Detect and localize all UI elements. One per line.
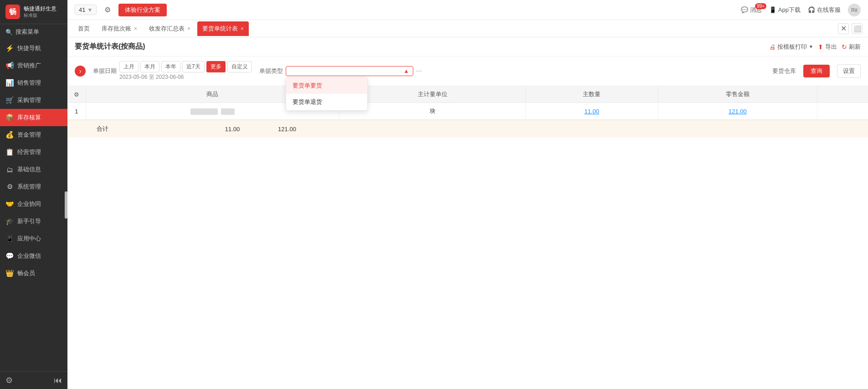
tab-order-stats[interactable]: 要货单统计表 × — [197, 21, 249, 36]
enterprise-icon: 🤝 — [5, 200, 14, 208]
inventory-icon: 📦 — [5, 113, 14, 122]
filter-toggle-btn[interactable]: › — [75, 66, 86, 77]
system-icon: ⚙ — [5, 183, 14, 191]
type-more-btn[interactable]: ··· — [416, 67, 422, 75]
message-icon: 💬 — [741, 6, 748, 13]
cell-seq: 1 — [67, 103, 86, 120]
type-select[interactable]: ▲ — [286, 66, 413, 76]
sidebar-item-member[interactable]: 👑 畅会员 — [0, 265, 67, 282]
dropdown-item-return[interactable]: 要货单退货 — [286, 94, 367, 110]
export-btn[interactable]: ⬆ 导出 — [818, 43, 837, 51]
page-content: 要货单统计表(按商品) 🖨 按模板打印 ▼ ⬆ 导出 ↻ 刷新 — [67, 37, 868, 389]
table-footer: 合计 11.00 121.00 — [67, 120, 868, 138]
refresh-btn[interactable]: ↻ 刷新 — [842, 43, 861, 51]
sidebar-footer: ⚙ ⏮ — [0, 371, 67, 389]
branch-dropdown-icon: ▼ — [87, 7, 92, 13]
settings-footer-icon[interactable]: ⚙ — [5, 375, 13, 385]
tab-home[interactable]: 首页 — [73, 21, 95, 36]
custom-date-btn[interactable]: 自定义 — [227, 61, 252, 72]
cell-qty: 11.00 — [525, 103, 658, 120]
page-header: 要货单统计表(按商品) 🖨 按模板打印 ▼ ⬆ 导出 ↻ 刷新 — [67, 37, 868, 56]
basic-icon: 🗂 — [5, 165, 14, 174]
sidebar-logo: 畅 畅捷通好生意 标准版 — [0, 0, 67, 24]
th-extra — [817, 86, 868, 103]
tab-receive-summary[interactable]: 收发存汇总表 × — [144, 21, 195, 36]
sidebar-scroll-handle[interactable] — [65, 191, 67, 219]
sidebar-item-marketing[interactable]: 📢 营销推广 — [0, 57, 67, 74]
date-filter-group: 单据日期 上月 本月 本年 近7天 更多 自定义 2023-05-06 至 20… — [93, 61, 252, 81]
filter-settings-btn[interactable]: 设置 — [837, 64, 861, 78]
export-icon: ⬆ — [818, 43, 823, 51]
sidebar-item-enterprise[interactable]: 🤝 企业协同 — [0, 195, 67, 213]
data-table: ⚙ 商品 主计量单位 主数量 零售金额 1 — [67, 86, 868, 120]
query-btn[interactable]: 查询 — [803, 65, 830, 77]
sidebar-item-guide[interactable]: 🎓 新手引导 — [0, 213, 67, 230]
table-settings-icon: ⚙ — [74, 91, 79, 98]
page-title: 要货单统计表(按商品) — [75, 42, 145, 51]
online-service-btn[interactable]: 🎧 在线客服 — [808, 6, 841, 14]
tab-close-order-stats[interactable]: × — [241, 26, 244, 32]
tab-close-all-btn[interactable]: ✕ — [838, 23, 849, 34]
date-buttons: 上月 本月 本年 近7天 更多 自定义 — [119, 61, 252, 72]
logo-text: 畅捷通好生意 标准版 — [24, 5, 56, 19]
curr-year-btn[interactable]: 本年 — [161, 61, 180, 72]
filter-bar: › 单据日期 上月 本月 本年 近7天 更多 自定义 2023-05-06 — [67, 56, 868, 86]
prev-month-btn[interactable]: 上月 — [119, 61, 139, 72]
dropdown-item-order[interactable]: 要货单要货 — [286, 77, 367, 94]
print-btn[interactable]: 🖨 按模板打印 ▼ — [769, 43, 813, 51]
tab-close-inventory-batch[interactable]: × — [134, 26, 137, 32]
sidebar: 畅 畅捷通好生意 标准版 🔍 搜索菜单 ⚡ 快捷导航 📢 营销推广 📊 销售管理… — [0, 0, 67, 389]
tab-expand-btn[interactable]: ⬜ — [852, 23, 863, 34]
footer-qty: 11.00 — [205, 126, 260, 133]
sidebar-item-wechat[interactable]: 💬 企业微信 — [0, 247, 67, 265]
settings-icon: ⚙ — [104, 5, 111, 14]
sidebar-item-basic[interactable]: 🗂 基础信息 — [0, 161, 67, 178]
th-settings[interactable]: ⚙ — [67, 86, 86, 103]
refresh-icon: ↻ — [842, 43, 847, 51]
print-icon: 🖨 — [769, 43, 776, 51]
collapse-menu-icon[interactable]: ⏮ — [54, 376, 62, 385]
th-qty: 主数量 — [525, 86, 658, 103]
sidebar-item-purchase[interactable]: 🛒 采购管理 — [0, 92, 67, 109]
phone-icon: 📱 — [769, 6, 776, 13]
topbar: 41 ▼ ⚙ 体验行业方案 💬 消息 99+ 📱 App下载 🎧 在线客服 — [67, 0, 868, 20]
member-icon: 👑 — [5, 269, 14, 277]
th-amount: 零售金额 — [658, 86, 817, 103]
chevron-right-icon: › — [79, 67, 82, 75]
more-date-btn[interactable]: 更多 — [206, 61, 226, 72]
app-download-btn[interactable]: 📱 App下载 — [769, 6, 801, 14]
topbar-settings-btn[interactable]: ⚙ — [101, 4, 114, 16]
sidebar-item-finance[interactable]: 💰 资金管理 — [0, 126, 67, 143]
sidebar-item-shortcut[interactable]: ⚡ 快捷导航 — [0, 40, 67, 57]
sidebar-item-sales[interactable]: 📊 销售管理 — [0, 74, 67, 92]
topbar-right: 💬 消息 99+ 📱 App下载 🎧 在线客服 Rit — [741, 4, 861, 16]
sales-icon: 📊 — [5, 79, 14, 87]
type-select-arrow: ▲ — [404, 68, 409, 74]
tab-controls: ✕ ⬜ — [838, 23, 863, 34]
cell-extra — [817, 103, 868, 120]
sidebar-item-inventory[interactable]: 📦 库存核算 — [0, 109, 67, 126]
finance-icon: 💰 — [5, 131, 14, 139]
wechat-icon: 💬 — [5, 252, 14, 260]
curr-month-btn[interactable]: 本月 — [140, 61, 159, 72]
tab-close-receive-summary[interactable]: × — [187, 26, 190, 32]
user-avatar[interactable]: Rit — [848, 4, 861, 16]
messages-btn[interactable]: 💬 消息 99+ — [741, 6, 762, 14]
page-header-actions: 🖨 按模板打印 ▼ ⬆ 导出 ↻ 刷新 — [769, 43, 861, 51]
trial-btn[interactable]: 体验行业方案 — [118, 4, 167, 16]
page-inner: 要货单统计表(按商品) 🖨 按模板打印 ▼ ⬆ 导出 ↻ 刷新 — [67, 37, 868, 389]
branch-selector[interactable]: 41 ▼ — [75, 5, 97, 15]
sidebar-search[interactable]: 🔍 搜索菜单 — [0, 24, 67, 40]
sidebar-item-apps[interactable]: 📱 应用中心 — [0, 230, 67, 247]
last-7-days-btn[interactable]: 近7天 — [182, 61, 205, 72]
operations-icon: 📋 — [5, 148, 14, 156]
table-row: 1 块 11.00 121.00 — [67, 103, 868, 120]
tab-inventory-batch[interactable]: 库存批次账 × — [97, 21, 142, 36]
table-container: ⚙ 商品 主计量单位 主数量 零售金额 1 — [67, 86, 868, 120]
purchase-icon: 🛒 — [5, 96, 14, 104]
sidebar-item-operations[interactable]: 📋 经营管理 — [0, 143, 67, 161]
topbar-left: 41 ▼ ⚙ 体验行业方案 — [75, 4, 735, 16]
warehouse-filter-group: 要货仓库 — [772, 67, 796, 75]
sidebar-item-system[interactable]: ⚙ 系统管理 — [0, 178, 67, 195]
date-range-display: 2023-05-06 至 2023-06-06 — [119, 73, 252, 81]
